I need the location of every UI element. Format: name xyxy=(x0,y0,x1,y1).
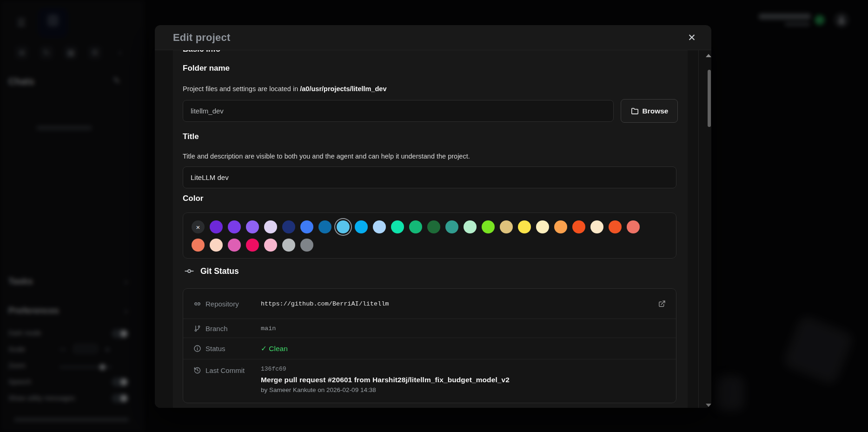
swatch-row-1: × xyxy=(192,220,676,233)
folder-desc-prefix: Project files and settings are located i… xyxy=(183,85,300,93)
close-icon[interactable]: ✕ xyxy=(686,32,697,43)
color-swatch-emerald[interactable] xyxy=(409,220,422,233)
git-branch-row: Branch main xyxy=(183,319,676,338)
last-commit-label: Last Commit xyxy=(205,366,245,374)
folder-name-description: Project files and settings are located i… xyxy=(183,85,386,93)
color-swatch-lime[interactable] xyxy=(482,220,495,233)
external-link-icon[interactable] xyxy=(658,300,666,308)
git-commit-icon xyxy=(184,266,194,276)
basic-info-heading-clipped: Basic Info xyxy=(183,50,220,54)
color-swatch-pink[interactable] xyxy=(264,239,277,252)
color-swatch-tomato[interactable] xyxy=(609,220,622,233)
color-swatch-mint[interactable] xyxy=(464,220,477,233)
title-label: Title xyxy=(183,132,199,141)
branch-icon xyxy=(193,325,201,332)
color-swatch-blue[interactable] xyxy=(300,220,313,233)
color-swatch-teal[interactable] xyxy=(445,220,458,233)
commit-hash: 136fc69 xyxy=(261,366,510,372)
color-label: Color xyxy=(183,194,203,203)
color-swatch-peach[interactable] xyxy=(590,220,603,233)
modal-title: Edit project xyxy=(173,32,230,44)
color-swatch-silver[interactable] xyxy=(282,239,295,252)
modal-header: Edit project ✕ xyxy=(155,25,711,50)
color-swatch-navy[interactable] xyxy=(282,220,295,233)
folder-name-label: Folder name xyxy=(183,64,230,73)
info-icon xyxy=(193,345,201,352)
git-status-panel: Repository https://github.com/BerriAI/li… xyxy=(183,288,676,403)
modal-scrollbar xyxy=(688,50,711,408)
repository-label: Repository xyxy=(205,300,239,308)
browse-button[interactable]: Browse xyxy=(621,99,678,123)
git-status-row: Status ✓ Clean xyxy=(183,338,676,359)
color-swatch-peach-pink[interactable] xyxy=(210,239,223,252)
color-swatch-cyan[interactable] xyxy=(355,220,368,233)
color-swatch-yellow[interactable] xyxy=(518,220,531,233)
color-swatch-none[interactable]: × xyxy=(192,220,205,233)
git-repository-row: Repository https://github.com/BerriAI/li… xyxy=(183,289,676,319)
color-swatch-cream[interactable] xyxy=(536,220,549,233)
git-status-heading: Git Status xyxy=(184,266,239,276)
color-swatch-vermilion[interactable] xyxy=(572,220,585,233)
git-last-commit-row: Last Commit 136fc69 Merge pull request #… xyxy=(183,359,676,402)
folder-desc-path: /a0/usr/projects/litellm_dev xyxy=(300,85,386,93)
swatch-row-2 xyxy=(192,239,676,252)
color-swatch-sky-blue[interactable] xyxy=(337,220,350,233)
scrollbar-track-divider xyxy=(698,50,699,408)
color-swatch-salmon[interactable] xyxy=(627,220,640,233)
color-swatch-violet[interactable] xyxy=(228,220,241,233)
color-swatch-purple[interactable] xyxy=(210,220,223,233)
git-status-heading-text: Git Status xyxy=(200,266,239,276)
repository-url: https://github.com/BerriAI/litellm xyxy=(261,300,389,307)
color-swatch-orchid[interactable] xyxy=(228,239,241,252)
color-swatch-lavender[interactable] xyxy=(264,220,277,233)
commit-byline: by Sameer Kankute on 2026-02-09 14:38 xyxy=(261,386,510,393)
title-input[interactable] xyxy=(183,166,676,188)
branch-name: main xyxy=(261,325,276,332)
color-swatch-turquoise[interactable] xyxy=(391,220,404,233)
modal-left-gutter xyxy=(155,50,173,408)
color-swatch-light-blue[interactable] xyxy=(373,220,386,233)
modal-scroll-panel: Basic Info Folder name Project files and… xyxy=(173,50,688,408)
status-clean-value: ✓ Clean xyxy=(261,345,288,353)
color-swatch-coral[interactable] xyxy=(192,239,205,252)
status-label: Status xyxy=(205,345,225,352)
edit-project-modal: Edit project ✕ Basic Info Folder name Pr… xyxy=(155,25,711,408)
color-swatch-gray[interactable] xyxy=(300,239,313,252)
color-swatch-orange[interactable] xyxy=(554,220,567,233)
color-swatch-tan[interactable] xyxy=(500,220,513,233)
history-icon xyxy=(193,366,201,374)
title-description: Title and description are visible to bot… xyxy=(183,153,470,160)
color-swatch-panel: × xyxy=(183,213,676,259)
color-swatch-rose[interactable] xyxy=(246,239,259,252)
link-icon xyxy=(193,300,201,308)
folder-name-input[interactable] xyxy=(183,100,614,122)
scrollbar-thumb[interactable] xyxy=(708,70,711,127)
color-swatch-forest-green[interactable] xyxy=(427,220,440,233)
branch-label: Branch xyxy=(205,325,228,332)
commit-message: Merge pull request #20601 from Harshit28… xyxy=(261,376,510,384)
color-swatch-steel-blue[interactable] xyxy=(318,220,331,233)
folder-icon xyxy=(630,106,639,115)
scroll-up-arrow[interactable] xyxy=(706,54,711,57)
browse-label: Browse xyxy=(643,107,669,115)
color-swatch-medium-purple[interactable] xyxy=(246,220,259,233)
